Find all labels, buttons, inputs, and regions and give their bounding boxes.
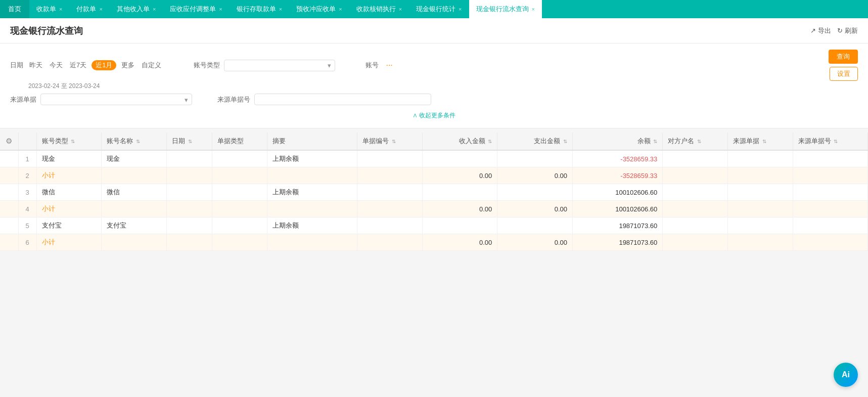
- cell-income: [422, 150, 497, 167]
- nav-tab-close-8[interactable]: ×: [532, 6, 535, 12]
- cell-source-doc-no: [793, 167, 867, 184]
- cell-source-doc: [728, 217, 793, 234]
- filter-row-2: 来源单据 来源单据号: [10, 94, 858, 105]
- cell-account-type: 支付宝: [36, 217, 102, 234]
- date-7days[interactable]: 近7天: [68, 60, 88, 70]
- nav-tab-5[interactable]: 预收冲应收单 ×: [289, 0, 349, 18]
- th-date[interactable]: 日期 ⇅: [167, 133, 212, 150]
- source-doc-filter: 来源单据: [10, 94, 192, 105]
- cell-source-doc-no: [793, 184, 867, 201]
- table-row[interactable]: 6 小计 0.00 0.00 19871073.60: [0, 234, 868, 251]
- table-row[interactable]: 1 现金 现金 上期余额 -3528659.33: [0, 150, 868, 167]
- cell-source-doc: [728, 201, 793, 217]
- cell-gear: [0, 184, 18, 201]
- source-doc-select[interactable]: [40, 94, 192, 105]
- source-doc-no-label: 来源单据号: [217, 95, 250, 104]
- cell-source-doc: [728, 234, 793, 251]
- th-source-doc[interactable]: 来源单据 ⇅: [728, 133, 793, 150]
- cell-balance: 19871073.60: [572, 234, 662, 251]
- table-row[interactable]: 4 小计 0.00 0.00 100102606.60: [0, 201, 868, 217]
- date-1month[interactable]: 近1月: [92, 60, 116, 70]
- cell-account-name: 支付宝: [102, 217, 167, 234]
- cell-doc-type: [212, 201, 267, 217]
- top-nav: 首页 收款单 × 付款单 × 其他收入单 × 应收应付调整单 × 银行存取款单 …: [0, 0, 868, 18]
- th-expense[interactable]: 支出金额 ⇅: [497, 133, 573, 150]
- nav-tab-8[interactable]: 现金银行流水查询 ×: [469, 0, 542, 18]
- export-button[interactable]: ↗ 导出: [810, 26, 831, 35]
- header-actions: ↗ 导出 ↻ 刷新: [810, 26, 858, 35]
- th-account-type[interactable]: 账号类型 ⇅: [36, 133, 102, 150]
- cell-expense: 0.00: [497, 234, 573, 251]
- gear-icon[interactable]: ⚙: [6, 137, 12, 145]
- nav-tab-6[interactable]: 收款核销执行 ×: [349, 0, 409, 18]
- nav-home[interactable]: 首页: [0, 0, 29, 18]
- cell-counterparty: [663, 184, 728, 201]
- cell-counterparty: [663, 167, 728, 184]
- page-title: 现金银行流水查询: [10, 25, 83, 37]
- nav-tab-close-6[interactable]: ×: [399, 6, 402, 12]
- nav-tab-label-7: 现金银行统计: [416, 5, 455, 14]
- cell-num: 5: [18, 217, 36, 234]
- collapse-bar[interactable]: ∧ 收起更多条件: [10, 109, 858, 122]
- table-container: ⚙ 账号类型 ⇅ 账号名称 ⇅ 日期 ⇅ 单据类型: [0, 133, 868, 251]
- refresh-button[interactable]: ↻ 刷新: [837, 26, 858, 35]
- nav-tab-close-5[interactable]: ×: [339, 6, 342, 12]
- cell-source-doc: [728, 150, 793, 167]
- table-row[interactable]: 3 微信 微信 上期余额 100102606.60: [0, 184, 868, 201]
- date-custom[interactable]: 自定义: [140, 60, 163, 70]
- cell-account-name: [102, 234, 167, 251]
- setting-button[interactable]: 设置: [830, 67, 858, 81]
- account-type-select[interactable]: [224, 60, 335, 71]
- th-account-name[interactable]: 账号名称 ⇅: [102, 133, 167, 150]
- nav-tab-4[interactable]: 银行存取款单 ×: [230, 0, 289, 18]
- th-income[interactable]: 收入金额 ⇅: [422, 133, 497, 150]
- sort-icon-source-doc: ⇅: [762, 139, 766, 144]
- th-source-doc-no[interactable]: 来源单据号 ⇅: [793, 133, 867, 150]
- cell-doc-no: [357, 234, 422, 251]
- th-balance[interactable]: 余额 ⇅: [572, 133, 662, 150]
- nav-tab-close-3[interactable]: ×: [219, 6, 222, 12]
- table-row[interactable]: 2 小计 0.00 0.00 -3528659.33: [0, 167, 868, 184]
- account-type-label: 账号类型: [194, 61, 220, 70]
- date-yesterday[interactable]: 昨天: [27, 60, 44, 70]
- nav-tab-close-1[interactable]: ×: [99, 6, 102, 12]
- th-counterparty[interactable]: 对方户名 ⇅: [663, 133, 728, 150]
- source-doc-no-input[interactable]: [254, 94, 431, 105]
- data-table: ⚙ 账号类型 ⇅ 账号名称 ⇅ 日期 ⇅ 单据类型: [0, 133, 868, 251]
- sort-icon-counterparty: ⇅: [697, 139, 701, 144]
- cell-doc-type: [212, 217, 267, 234]
- filter-row-1: 日期 昨天 今天 近7天 近1月 更多 自定义 账号类型 账号 ···: [10, 50, 858, 81]
- nav-tab-close-2[interactable]: ×: [153, 6, 156, 12]
- nav-tab-1[interactable]: 付款单 ×: [69, 0, 109, 18]
- date-today[interactable]: 今天: [48, 60, 65, 70]
- cell-gear: [0, 217, 18, 234]
- nav-tab-3[interactable]: 应收应付调整单 ×: [163, 0, 229, 18]
- cell-num: 3: [18, 184, 36, 201]
- nav-tab-close-7[interactable]: ×: [459, 6, 462, 12]
- nav-tab-0[interactable]: 收款单 ×: [29, 0, 69, 18]
- cell-source-doc: [728, 184, 793, 201]
- date-more[interactable]: 更多: [119, 60, 136, 70]
- refresh-icon: ↻: [837, 27, 843, 34]
- cell-account-type: 微信: [36, 184, 102, 201]
- nav-tab-close-4[interactable]: ×: [279, 6, 282, 12]
- cell-account-name: 微信: [102, 184, 167, 201]
- nav-tab-label-2: 其他收入单: [117, 5, 150, 14]
- cell-source-doc-no: [793, 150, 867, 167]
- nav-tab-label-1: 付款单: [76, 5, 96, 14]
- table-row[interactable]: 5 支付宝 支付宝 上期余额 19871073.60: [0, 217, 868, 234]
- cell-num: 6: [18, 234, 36, 251]
- date-shortcuts: 昨天 今天 近7天 近1月 更多 自定义: [27, 60, 163, 70]
- cell-account-type: 小计: [36, 234, 102, 251]
- source-doc-label: 来源单据: [10, 95, 36, 104]
- filter-area: 日期 昨天 今天 近7天 近1月 更多 自定义 账号类型 账号 ···: [0, 43, 868, 128]
- cell-num: 1: [18, 150, 36, 167]
- query-button[interactable]: 查询: [829, 50, 858, 64]
- account-dots-btn[interactable]: ···: [383, 61, 395, 70]
- cell-date: [167, 217, 212, 234]
- cell-num: 4: [18, 201, 36, 217]
- nav-tab-close-0[interactable]: ×: [59, 6, 62, 12]
- nav-tab-2[interactable]: 其他收入单 ×: [110, 0, 163, 18]
- nav-tab-7[interactable]: 现金银行统计 ×: [409, 0, 469, 18]
- th-doc-no[interactable]: 单据编号 ⇅: [357, 133, 422, 150]
